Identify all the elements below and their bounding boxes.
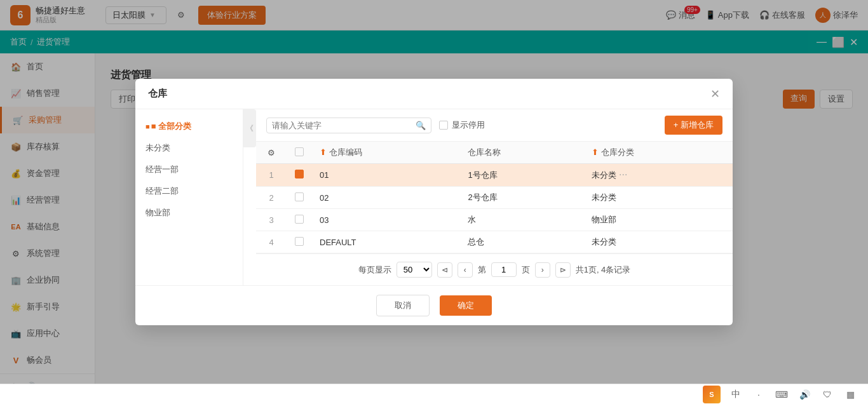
total-records: 共1页, 4条记录 xyxy=(576,264,631,276)
col-check-header[interactable] xyxy=(287,142,312,164)
table-row[interactable]: 4 DEFAULT 总仓 未分类 xyxy=(256,231,733,253)
category-item-op2[interactable]: 经营二部 xyxy=(135,180,243,202)
keyboard-icon[interactable]: ⌨ xyxy=(774,387,789,402)
checkbox-icon[interactable] xyxy=(439,121,448,130)
dot-icon: · xyxy=(751,387,766,402)
speaker-bottom-icon[interactable]: 🔊 xyxy=(797,387,812,402)
row-checkbox[interactable] xyxy=(287,187,312,209)
first-page-button[interactable]: ⊲ xyxy=(437,262,452,278)
shield-icon[interactable]: 🛡 xyxy=(820,387,835,402)
add-warehouse-button[interactable]: + 新增仓库 xyxy=(665,116,722,135)
sort-icon[interactable]: ⬆ xyxy=(320,147,327,157)
modal-footer: 取消 确定 xyxy=(135,285,733,325)
pagination: 每页显示 50 20 100 ⊲ ‹ 第 页 › ⊳ 共1页, 4条记录 xyxy=(256,253,733,285)
cancel-button[interactable]: 取消 xyxy=(376,295,430,316)
page-suffix: 页 xyxy=(522,264,530,276)
row-category: 物业部 xyxy=(584,209,733,231)
show-disabled-checkbox[interactable]: 显示停用 xyxy=(439,119,485,131)
col-category-header: ⬆仓库分类 xyxy=(584,142,733,164)
row-code: 02 xyxy=(312,187,460,209)
modal-overlay: 仓库 ✕ ■ ■ 全部分类 未分类 经营一部 经营二部 物业部 《 xyxy=(0,0,868,404)
row-category: 未分类 xyxy=(584,187,733,209)
search-box: 🔍 xyxy=(266,118,431,133)
modal-body: ■ ■ 全部分类 未分类 经营一部 经营二部 物业部 《 🔍 xyxy=(135,109,733,285)
row-code: DEFAULT xyxy=(312,231,460,253)
sort-cat-icon[interactable]: ⬆ xyxy=(592,147,599,157)
category-item-unclassified[interactable]: 未分类 xyxy=(135,137,243,159)
row-code: 03 xyxy=(312,209,460,231)
row-num: 1 xyxy=(256,164,287,187)
chevron-left-icon: 《 xyxy=(246,123,254,134)
row-category: 未分类 ··· xyxy=(584,164,733,187)
data-table: ⚙ ⬆仓库编码 仓库名称 ⬆仓库分类 xyxy=(256,142,733,253)
col-name-header: 仓库名称 xyxy=(460,142,584,164)
category-item-op1[interactable]: 经营一部 xyxy=(135,159,243,180)
bottom-bar: S 中 · ⌨ 🔊 🛡 ▦ xyxy=(0,384,868,404)
last-page-button[interactable]: ⊳ xyxy=(555,262,571,278)
search-icon[interactable]: 🔍 xyxy=(416,121,426,130)
modal-header: 仓库 ✕ xyxy=(135,79,733,109)
all-categories-button[interactable]: ■ ■ 全部分类 xyxy=(135,116,243,137)
next-page-button[interactable]: › xyxy=(535,262,550,278)
search-input[interactable] xyxy=(272,121,416,130)
table-row[interactable]: 2 02 2号仓库 未分类 xyxy=(256,187,733,209)
page-number-input[interactable] xyxy=(491,262,517,277)
modal-close-button[interactable]: ✕ xyxy=(710,88,720,100)
row-name: 水 xyxy=(460,209,584,231)
row-num: 2 xyxy=(256,187,287,209)
row-name: 总仓 xyxy=(460,231,584,253)
col-gear-header[interactable]: ⚙ xyxy=(256,142,287,164)
row-more-icon[interactable]: ··· xyxy=(619,169,627,180)
grid-icon: ■ xyxy=(146,123,150,130)
table-row[interactable]: 3 03 水 物业部 xyxy=(256,209,733,231)
table-row[interactable]: 1 01 1号仓库 未分类 ··· xyxy=(256,164,733,187)
row-checkbox[interactable] xyxy=(287,209,312,231)
warehouse-modal: 仓库 ✕ ■ ■ 全部分类 未分类 经营一部 经营二部 物业部 《 xyxy=(135,79,733,325)
chinese-input-icon[interactable]: 中 xyxy=(728,387,743,402)
row-num: 3 xyxy=(256,209,287,231)
category-sidebar: ■ ■ 全部分类 未分类 经营一部 经营二部 物业部 xyxy=(135,109,243,285)
row-category: 未分类 xyxy=(584,231,733,253)
page-label: 第 xyxy=(478,264,486,276)
col-code-header: ⬆仓库编码 xyxy=(312,142,460,164)
select-all-checkbox[interactable] xyxy=(295,147,304,156)
row-name: 2号仓库 xyxy=(460,187,584,209)
row-name: 1号仓库 xyxy=(460,164,584,187)
prev-page-button[interactable]: ‹ xyxy=(458,262,473,278)
grid-bottom-icon[interactable]: ▦ xyxy=(843,387,858,402)
per-page-select[interactable]: 50 20 100 xyxy=(397,262,432,278)
category-item-property[interactable]: 物业部 xyxy=(135,202,243,224)
table-area: 🔍 显示停用 + 新增仓库 ⚙ xyxy=(256,109,733,285)
table-toolbar: 🔍 显示停用 + 新增仓库 xyxy=(256,109,733,142)
confirm-button[interactable]: 确定 xyxy=(440,295,492,316)
modal-title: 仓库 xyxy=(148,88,167,100)
collapse-category-button[interactable]: 《 xyxy=(243,109,256,147)
per-page-label: 每页显示 xyxy=(358,264,391,276)
row-checkbox[interactable] xyxy=(287,164,312,187)
row-num: 4 xyxy=(256,231,287,253)
brand-logo-icon: S xyxy=(703,386,721,403)
row-checkbox[interactable] xyxy=(287,231,312,253)
row-code: 01 xyxy=(312,164,460,187)
